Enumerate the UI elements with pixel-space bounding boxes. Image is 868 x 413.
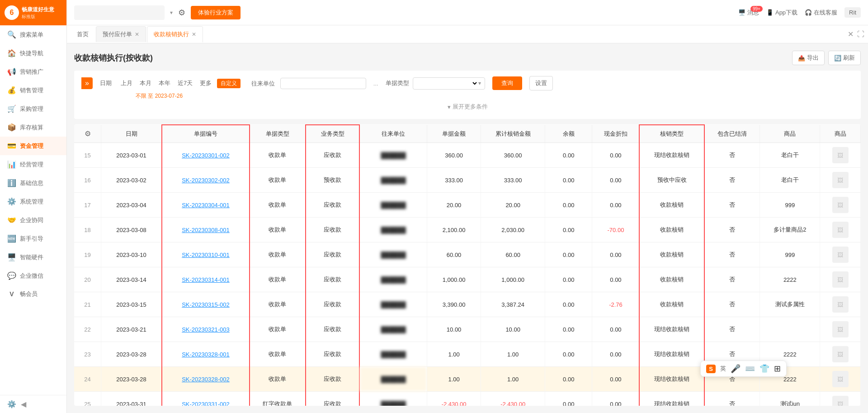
sidebar-item-member[interactable]: V 畅会员 xyxy=(0,285,66,303)
cell-voucher-no[interactable]: SK-20230302-002 xyxy=(162,168,250,193)
tab-collection[interactable]: 收款核销执行 ✕ xyxy=(147,26,203,43)
cell-biz-type: 应收款 xyxy=(306,193,359,218)
floating-keyboard-icon[interactable]: ⌨️ xyxy=(745,364,755,374)
floating-mic-icon[interactable]: 🎤 xyxy=(731,364,741,374)
settings-bottom-icon[interactable]: ⚙️ xyxy=(7,400,16,408)
tab-collection-close[interactable]: ✕ xyxy=(192,31,196,38)
cell-voucher-type: 收款单 xyxy=(250,317,306,342)
th-discount: 现金折扣 xyxy=(592,125,639,143)
cell-unit: ██████ xyxy=(359,168,427,193)
filter-more-dots[interactable]: ... xyxy=(373,80,378,87)
solution-button[interactable]: 体验行业方案 xyxy=(191,6,241,19)
cell-product: 多计量商品2 xyxy=(760,218,820,242)
cell-voucher-no[interactable]: SK-20230321-003 xyxy=(162,317,250,342)
cell-voucher-no[interactable]: SK-20230315-002 xyxy=(162,292,250,317)
query-button[interactable]: 查询 xyxy=(492,76,522,90)
cell-voucher-no[interactable]: SK-20230328-002 xyxy=(162,367,250,392)
cell-voucher-no[interactable]: SK-20230308-001 xyxy=(162,218,250,242)
cell-unit: ██████ xyxy=(359,193,427,218)
cell-balance: 0.00 xyxy=(545,242,592,267)
topbar: ▾ ⚙ 体验行业方案 🖥️ 消息 99+ 📱 App下载 🎧 在线客服 Rit xyxy=(67,0,868,25)
collapse-icon[interactable]: ◀ xyxy=(21,400,26,408)
expand-more-conditions[interactable]: ▾ 展开更多条件 xyxy=(81,100,854,114)
cell-amount: 1.00 xyxy=(427,367,481,392)
sidebar-item-wechat[interactable]: 💬 企业微信 xyxy=(0,266,66,285)
sidebar-item-label-enterprise: 企业协同 xyxy=(20,216,43,224)
cell-voucher-no[interactable]: SK-20230301-002 xyxy=(162,143,250,168)
sidebar-item-search[interactable]: 🔍 搜索菜单 xyxy=(0,25,66,44)
unit-filter-input[interactable] xyxy=(280,78,366,89)
sidebar-item-hardware[interactable]: 🖥️ 智能硬件 xyxy=(0,248,66,266)
sidebar-item-label-inventory: 库存核算 xyxy=(20,123,43,132)
table-row: 192023-03-10SK-20230310-001收款单应收款██████6… xyxy=(74,242,861,267)
cell-product-thumb: 🖼 xyxy=(820,392,861,406)
cell-balance: 0.00 xyxy=(545,193,592,218)
sidebar-item-guide[interactable]: 🆕 新手引导 xyxy=(0,229,66,248)
sidebar-item-sales[interactable]: 💰 销售管理 xyxy=(0,81,66,100)
tab-prepay-close[interactable]: ✕ xyxy=(135,31,139,38)
floating-grid-icon[interactable]: ⊞ xyxy=(774,364,781,374)
filter-setting-button[interactable]: 设置 xyxy=(529,76,553,90)
sidebar-item-quicknav[interactable]: 🏠 快捷导航 xyxy=(0,44,66,62)
table-row: 152023-03-01SK-20230301-002收款单应收款██████3… xyxy=(74,143,861,168)
cell-write-off: 360.00 xyxy=(481,143,545,168)
cell-voucher-no[interactable]: SK-20230331-002 xyxy=(162,392,250,406)
sidebar-item-capital[interactable]: 💳 资金管理 xyxy=(0,137,66,155)
cell-voucher-no[interactable]: SK-20230314-001 xyxy=(162,267,250,292)
cell-amount: 360.00 xyxy=(427,143,481,168)
voucher-type-select[interactable] xyxy=(417,80,478,87)
sales-icon: 💰 xyxy=(7,86,16,95)
tab-prepay[interactable]: 预付应付单 ✕ xyxy=(96,26,146,42)
cell-date: 2023-03-28 xyxy=(101,342,162,367)
cell-date: 2023-03-10 xyxy=(101,242,162,267)
sidebar-item-marketing[interactable]: 📢 营销推广 xyxy=(0,62,66,81)
export-button[interactable]: 📤 导出 xyxy=(792,51,825,65)
sidebar-item-inventory[interactable]: 📦 库存核算 xyxy=(0,118,66,137)
cell-write-off-type: 现结收款核销 xyxy=(639,392,704,406)
topbar-msg[interactable]: 🖥️ 消息 99+ xyxy=(738,9,759,17)
row-number: 16 xyxy=(74,168,101,193)
operation-icon: 📊 xyxy=(7,160,16,169)
topbar-user-menu[interactable]: Rit xyxy=(844,7,861,18)
date-btn-this-year[interactable]: 本年 xyxy=(157,78,172,88)
cell-discount: 0.00 xyxy=(592,143,639,168)
cell-amount: 20.00 xyxy=(427,193,481,218)
cell-biz-type: 应收款 xyxy=(306,143,359,168)
cell-date: 2023-03-04 xyxy=(101,193,162,218)
cell-voucher-type: 收款单 xyxy=(250,292,306,317)
cell-voucher-no[interactable]: SK-20230310-001 xyxy=(162,242,250,267)
filter-toggle-button[interactable]: » xyxy=(81,77,93,89)
sidebar-item-purchase[interactable]: 🛒 采购管理 xyxy=(0,100,66,118)
sidebar-item-system[interactable]: ⚙️ 系统管理 xyxy=(0,192,66,211)
cell-write-off: 10.00 xyxy=(481,317,545,342)
sidebar-item-enterprise[interactable]: 🤝 企业协同 xyxy=(0,211,66,229)
cell-voucher-no[interactable]: SK-20230328-001 xyxy=(162,342,250,367)
th-gear[interactable]: ⚙ xyxy=(74,125,101,143)
date-btn-last-month[interactable]: 上月 xyxy=(119,78,134,88)
date-btn-more[interactable]: 更多 xyxy=(198,78,213,88)
date-btn-this-month[interactable]: 本月 xyxy=(138,78,153,88)
hardware-icon: 🖥️ xyxy=(7,253,16,261)
row-number: 17 xyxy=(74,193,101,218)
filter-bar: » 日期 上月 本月 本年 近7天 更多 自定义 往来单位 ... 单据类型 xyxy=(74,71,861,119)
date-btn-7days[interactable]: 近7天 xyxy=(176,78,194,88)
sidebar-item-basic[interactable]: ℹ️ 基础信息 xyxy=(0,174,66,192)
row-number: 18 xyxy=(74,218,101,242)
tabbar-expand-icon[interactable]: ⛶ xyxy=(857,30,864,38)
service-icon: 🎧 xyxy=(805,9,812,16)
sidebar-item-operation[interactable]: 📊 经营管理 xyxy=(0,155,66,174)
refresh-button[interactable]: 🔄 刷新 xyxy=(828,51,861,65)
cell-voucher-type: 收款单 xyxy=(250,367,306,392)
th-balance: 余额 xyxy=(545,125,592,143)
topbar-app-download[interactable]: 📱 App下载 xyxy=(766,9,797,17)
floating-shirt-icon[interactable]: 👕 xyxy=(760,364,769,374)
topbar-online-service[interactable]: 🎧 在线客服 xyxy=(805,9,837,17)
date-btn-custom[interactable]: 自定义 xyxy=(217,79,241,88)
tabbar-close-all-icon[interactable]: ✕ xyxy=(848,30,854,38)
topbar-search-input[interactable] xyxy=(79,9,160,16)
guide-icon: 🆕 xyxy=(7,234,16,243)
topbar-gear-icon[interactable]: ⚙ xyxy=(178,8,185,18)
tab-home[interactable]: 首页 xyxy=(71,27,95,42)
cell-voucher-no[interactable]: SK-20230304-001 xyxy=(162,193,250,218)
sidebar-menu: 🔍 搜索菜单 🏠 快捷导航 📢 营销推广 💰 销售管理 🛒 采购管理 📦 库存核… xyxy=(0,25,66,395)
